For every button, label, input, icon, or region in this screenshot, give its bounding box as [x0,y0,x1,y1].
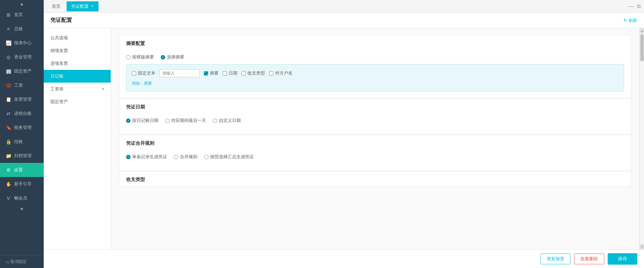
left-nav-public[interactable]: 公共选项 [44,32,111,44]
template-mode-radio[interactable] [126,55,130,59]
date-options-row: 按日记账日期 对应期间最后一天 自定义日期 [126,118,624,124]
scroll-down-button[interactable]: ▼ [640,244,644,250]
archive-icon: 📁 [5,153,11,159]
abstract-section-content: 按模版摘要 选择摘要 固定文本 [119,51,631,98]
save-button[interactable]: 保存 [608,253,637,265]
merge-section-content: 单条记录生成凭证 合并规则 按照选择汇总生成凭证 [119,150,631,171]
page-title: 凭证配置 [50,17,72,24]
funds-icon: ◎ [5,54,11,60]
last-period-radio[interactable] [165,119,169,123]
select-mode-radio[interactable] [161,55,165,59]
abstract-section: 摘要配置 按模版摘要 选择摘要 [119,35,631,98]
sidebar-item-sales[interactable]: ⇄ 进销台账 [0,106,44,121]
abstract-checkbox[interactable] [204,71,208,76]
minimize-button[interactable]: — [628,3,634,9]
scroll-thumb[interactable] [640,34,644,61]
refresh-icon: ↻ [623,18,627,23]
journal-date-option[interactable]: 按日记账日期 [126,118,158,124]
merge-options-row: 单条记录生成凭证 合并规则 按照选择汇总生成凭证 [126,154,624,160]
custom-date-radio[interactable] [213,119,217,123]
refresh-button[interactable]: ↻ 刷新 [623,17,637,24]
reports-icon: 📈 [5,40,11,46]
income-type-section: 收支类型 [119,171,631,187]
invoice-icon: 📋 [5,97,11,102]
sidebar: ▲ ⊞ 首页 ≡ 总账 📈 报表中心 ◎ 资金管理 🏢 固定资产 💼 工资 📋 … [0,0,44,268]
batch-delete-button[interactable]: 批量删除 [574,254,604,264]
left-nav-sales-invoice[interactable]: 销项发票 [44,44,111,57]
settings-icon: ⚙ [5,167,11,173]
merge-section: 凭证合并规则 单条记录生成凭证 合并规则 按照选择汇总生 [119,135,631,171]
last-period-option[interactable]: 对应期间最后一天 [165,118,206,124]
page-header: 凭证配置 ↻ 刷新 [44,13,644,28]
chevron-down-icon: ▾ [102,87,104,91]
tab-home[interactable]: 首页 [47,1,65,11]
tab-voucher-config[interactable]: 凭证配置 ✕ [67,1,99,11]
left-nav-payroll[interactable]: 工资表 ▾ [44,83,111,95]
bottom-bar: 更新预置 批量删除 保存 [44,250,644,268]
single-record-option[interactable]: 单条记录生成凭证 [126,154,167,160]
ledger-icon: ≡ [5,26,11,32]
page-scrollbar[interactable]: ▲ ▼ [639,28,644,250]
guide-icon: ✋ [5,181,11,187]
fixed-text-input[interactable] [159,69,200,77]
counterpart-checkbox[interactable] [269,71,273,76]
content-area: 公共选项 销项发票 进项发票 日记账 工资表 ▾ 固定资产 摘要配置 [44,28,644,250]
sidebar-item-ledger[interactable]: ≡ 总账 [0,22,44,36]
select-summary-radio[interactable] [204,155,209,159]
income-type-checkbox[interactable] [241,71,246,76]
example-text: 例如：摘要 [132,81,618,86]
abstract-checkbox-row: 固定文本 摘要 日期 [132,69,618,77]
pin-icon: ◁ [5,260,8,264]
template-mode-option[interactable]: 按模版摘要 [126,54,154,60]
sidebar-item-salary[interactable]: 💼 工资 [0,78,44,92]
sidebar-item-home[interactable]: ⊞ 首页 [0,8,44,22]
close-account-icon: 🔒 [5,139,11,144]
vip-icon: V [5,195,11,201]
sidebar-item-guide[interactable]: ✋ 新手引导 [0,177,44,191]
main-area: 首页 凭证配置 ✕ — ⧉ 凭证配置 ↻ 刷新 公共选项 销项发票 进项 [44,0,644,268]
maximize-button[interactable]: ⧉ [637,3,641,9]
sidebar-item-tax[interactable]: 🔖 税务管理 [0,121,44,135]
sidebar-item-settings[interactable]: ⚙ 设置 [0,163,44,177]
abstract-option[interactable]: 摘要 [204,70,219,76]
tab-close-button[interactable]: ✕ [91,4,94,8]
merge-rule-radio[interactable] [174,155,178,159]
scroll-up-button[interactable]: ▲ [640,28,644,34]
sidebar-item-invoice[interactable]: 📋 发票管理 [0,92,44,106]
sidebar-item-archive[interactable]: 📁 归档管理 [0,149,44,163]
sidebar-scroll-up[interactable]: ▲ [0,0,44,8]
fixed-text-option[interactable]: 固定文本 [132,70,155,76]
home-icon: ⊞ [5,12,11,17]
sidebar-item-assets[interactable]: 🏢 固定资产 [0,64,44,78]
left-nav-journal[interactable]: 日记账 [44,70,111,83]
merge-rule-option[interactable]: 合并规则 [174,154,197,160]
left-nav-purchase-invoice[interactable]: 进项发票 [44,57,111,70]
income-type-option[interactable]: 收支类型 [241,70,265,76]
date-checkbox[interactable] [223,71,227,76]
tax-icon: 🔖 [5,125,11,130]
sidebar-item-reports[interactable]: 📈 报表中心 [0,36,44,50]
sidebar-item-funds[interactable]: ◎ 资金管理 [0,50,44,64]
select-mode-option[interactable]: 选择摘要 [161,54,184,60]
update-preview-button[interactable]: 更新预置 [540,254,571,264]
income-type-section-title: 收支类型 [119,171,631,187]
journal-date-radio[interactable] [126,119,130,123]
fixed-text-checkbox[interactable] [132,71,136,76]
custom-date-option[interactable]: 自定义日期 [213,118,241,124]
sidebar-unpin-button[interactable]: ◁ 取消固定 [0,255,44,268]
left-nav-fixed-assets[interactable]: 固定资产 [44,95,111,108]
left-nav: 公共选项 销项发票 进项发票 日记账 工资表 ▾ 固定资产 [44,28,111,250]
abstract-section-title: 摘要配置 [119,35,631,51]
date-section: 凭证日期 按日记账日期 对应期间最后一天 自定义日期 [119,99,631,135]
sidebar-item-close[interactable]: 🔒 结账 [0,135,44,149]
abstract-config-box: 固定文本 摘要 日期 [126,64,624,91]
date-section-title: 凭证日期 [119,99,631,114]
date-option[interactable]: 日期 [223,70,237,76]
select-summary-option[interactable]: 按照选择汇总生成凭证 [204,154,254,160]
assets-icon: 🏢 [5,69,11,74]
counterpart-option[interactable]: 对方户名 [269,70,293,76]
single-record-radio[interactable] [126,155,130,159]
sidebar-item-vip[interactable]: V 畅会员 [0,191,44,205]
tab-bar: 首页 凭证配置 ✕ — ⧉ [44,0,644,13]
sidebar-scroll-down[interactable]: ▼ [0,205,44,213]
